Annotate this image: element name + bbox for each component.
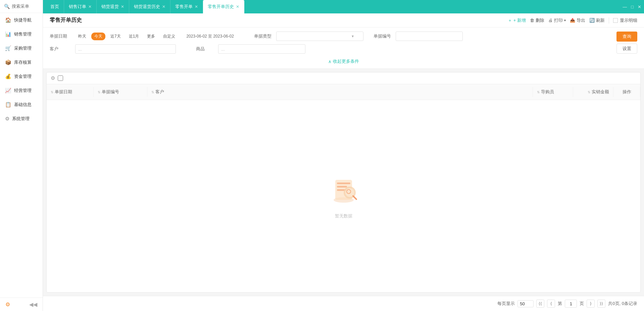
- sidebar-item-quick-nav[interactable]: 🏠 快捷导航: [0, 13, 43, 27]
- date-more[interactable]: 更多: [144, 33, 158, 40]
- sidebar-item-biz-mgmt[interactable]: 📈 经营管理: [0, 84, 43, 98]
- sidebar-search[interactable]: 🔍 搜索采单: [0, 0, 43, 13]
- refresh-button[interactable]: 🔄 刷新: [589, 17, 605, 23]
- refresh-label: 刷新: [596, 17, 605, 23]
- prev-page-btn[interactable]: ⟨: [547, 300, 555, 308]
- table-gear-icon[interactable]: ⚙: [51, 75, 55, 81]
- tab-sales-order-close[interactable]: ✕: [88, 4, 92, 9]
- print-button[interactable]: 🖨 打印 ▾: [548, 17, 566, 23]
- tab-sales-order[interactable]: 销售订单 ✕: [64, 0, 97, 13]
- sidebar-item-stock-check[interactable]: 📦 库存核算: [0, 55, 43, 69]
- minimize-btn[interactable]: —: [623, 4, 627, 9]
- last-page-btn[interactable]: ⟩⟩: [597, 300, 605, 308]
- sidebar-item-label: 销售管理: [14, 31, 32, 37]
- th-amount-label: 实销金额: [592, 89, 609, 95]
- settings-icon[interactable]: ⚙: [5, 301, 10, 308]
- show-detail-button[interactable]: 显示明细: [613, 17, 637, 23]
- th-num[interactable]: ⇅ 单据编号: [94, 87, 147, 97]
- page-suffix-label: 页: [580, 301, 584, 307]
- add-icon: ＋: [508, 17, 512, 23]
- sort-icon: ⇅: [98, 90, 100, 94]
- maximize-btn[interactable]: □: [631, 4, 634, 9]
- sidebar-search-label: 搜索采单: [12, 3, 29, 9]
- delete-button[interactable]: 🗑 删除: [530, 17, 544, 23]
- empty-state: 暂无数据: [47, 100, 640, 292]
- next-page-btn[interactable]: ⟩: [587, 300, 595, 308]
- customer-input[interactable]: ...: [75, 44, 176, 54]
- sidebar-item-basic-info[interactable]: 📋 基础信息: [0, 98, 43, 112]
- goods-input[interactable]: ...: [218, 44, 305, 54]
- close-btn[interactable]: ✕: [638, 4, 641, 9]
- num-input[interactable]: [396, 32, 463, 41]
- finance-icon: 💰: [5, 73, 11, 80]
- tab-retail-open-close[interactable]: ✕: [195, 4, 198, 9]
- divider: [609, 17, 609, 23]
- table-toolbar: ⚙: [47, 72, 640, 84]
- date-buttons: 昨天 今天 近7天 近1月 更多 自定义: [75, 33, 178, 40]
- collapse-sidebar-icon[interactable]: ◀◀: [29, 301, 37, 308]
- date-custom[interactable]: 自定义: [160, 33, 178, 40]
- date-last1m[interactable]: 近1月: [126, 33, 142, 40]
- page-input[interactable]: [565, 300, 577, 308]
- th-guide[interactable]: ⇅ 导购员: [533, 87, 573, 97]
- th-op-label: 操作: [623, 89, 631, 95]
- settings-button[interactable]: 设置: [616, 44, 637, 54]
- date-last7[interactable]: 近7天: [107, 33, 124, 40]
- date-yesterday[interactable]: 昨天: [75, 33, 89, 40]
- show-detail-checkbox[interactable]: [613, 18, 618, 23]
- show-detail-label: 显示明细: [620, 17, 637, 23]
- filter-collapse[interactable]: ∧ 收起更多条件: [50, 58, 637, 64]
- home-icon: 🏠: [5, 17, 11, 23]
- type-select[interactable]: ▾: [276, 32, 363, 41]
- first-page-btn[interactable]: ⟨⟨: [536, 300, 544, 308]
- refresh-icon: 🔄: [589, 18, 595, 23]
- pagination: 每页显示 50 100 200 ⟨⟨ ⟨ 第 页 ⟩ ⟩⟩ 共0页, 0条记录: [43, 296, 644, 311]
- tab-retail-open[interactable]: 零售开单 ✕: [170, 0, 203, 13]
- per-page-select[interactable]: 50 100 200: [517, 300, 534, 307]
- tab-retail-open-hist[interactable]: 零售开单历史 ✕: [203, 0, 244, 13]
- print-arrow-icon: ▾: [564, 18, 566, 22]
- svg-rect-2: [337, 183, 350, 184]
- tab-retail-open-hist-close[interactable]: ✕: [236, 4, 239, 9]
- tab-home[interactable]: 首页: [46, 0, 64, 13]
- total-info: 共0页, 0条记录: [608, 301, 637, 307]
- tab-sales-return-close[interactable]: ✕: [121, 4, 124, 9]
- tab-sales-return-hist[interactable]: 销货退货历史 ✕: [129, 0, 170, 13]
- customer-placeholder: ...: [78, 47, 82, 52]
- sidebar-bottom: ⚙ ◀◀: [0, 298, 43, 311]
- sidebar-item-label: 基础信息: [14, 102, 32, 108]
- th-date[interactable]: ⇅ 单据日期: [47, 87, 94, 97]
- date-label: 单据日期: [50, 33, 68, 39]
- sales-icon: 📊: [5, 31, 11, 37]
- sort-icon: ⇅: [537, 90, 540, 94]
- table-header: ⇅ 单据日期 ⇅ 单据编号 ⇅ 客户 ⇅ 导购员 ⇅ 实销金额 操作: [47, 84, 640, 100]
- sidebar-item-sales-mgmt[interactable]: 📊 销售管理: [0, 27, 43, 41]
- add-label: + 新增: [513, 17, 526, 23]
- num-label: 单据编号: [374, 33, 392, 39]
- th-amount[interactable]: ⇅ 实销金额: [573, 87, 613, 97]
- export-icon: 📤: [570, 18, 575, 23]
- sidebar-item-sys-mgmt[interactable]: ⚙ 系统管理: [0, 112, 43, 126]
- sidebar-item-label: 库存核算: [14, 59, 32, 65]
- add-button[interactable]: ＋ + 新增: [508, 17, 526, 23]
- goods-label: 商品: [196, 46, 215, 52]
- sidebar-item-finance-mgmt[interactable]: 💰 资金管理: [0, 69, 43, 84]
- select-all-checkbox[interactable]: [58, 75, 63, 81]
- tab-sales-order-label: 销售订单: [69, 4, 86, 10]
- empty-text: 暂无数据: [335, 213, 352, 219]
- svg-line-7: [353, 196, 356, 199]
- search-icon: 🔍: [4, 4, 10, 9]
- filter-row-customer: 客户 ... 商品 ...: [50, 44, 610, 54]
- th-customer[interactable]: ⇅ 客户: [147, 87, 533, 97]
- sidebar-item-purchase-mgmt[interactable]: 🛒 采购管理: [0, 41, 43, 55]
- customer-label: 客户: [50, 46, 68, 52]
- date-today[interactable]: 今天: [91, 33, 105, 40]
- page-prefix-label: 第: [558, 301, 562, 307]
- tab-sales-return-hist-close[interactable]: ✕: [162, 4, 165, 9]
- export-button[interactable]: 📤 导出: [570, 17, 585, 23]
- tab-sales-return-hist-label: 销货退货历史: [134, 4, 160, 10]
- filter-area: 单据日期 昨天 今天 近7天 近1月 更多 自定义 2023-06-02 至 2…: [43, 28, 644, 69]
- main-area: 首页 销售订单 ✕ 销货退货 ✕ 销货退货历史 ✕ 零售开单 ✕ 零售开单历史 …: [43, 0, 644, 311]
- query-button[interactable]: 查询: [616, 32, 637, 42]
- tab-sales-return[interactable]: 销货退货 ✕: [97, 0, 129, 13]
